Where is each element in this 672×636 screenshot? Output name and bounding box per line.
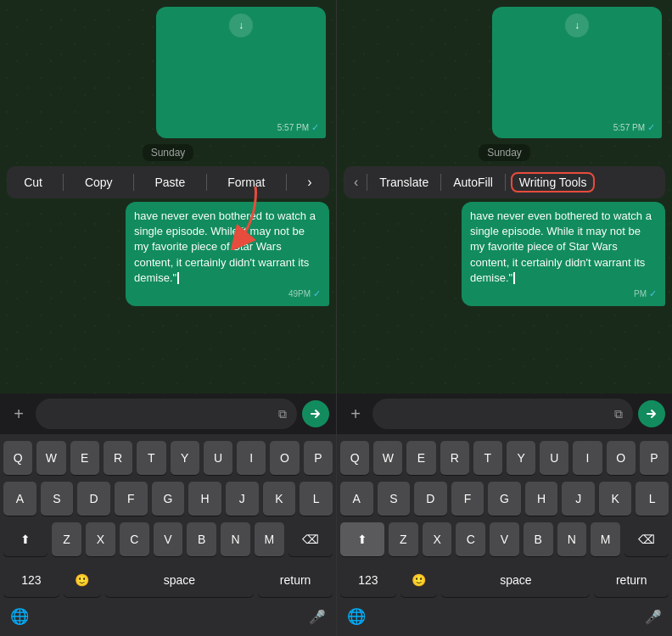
scroll-down-icon-right: ↓ [574, 20, 580, 31]
globe-icon-right[interactable]: 🌐 [347, 607, 366, 626]
key-i-right[interactable]: I [573, 441, 602, 475]
key-k-right[interactable]: K [599, 482, 632, 516]
key-k-left[interactable]: K [263, 482, 296, 516]
scroll-down-button-right[interactable]: ↓ [565, 14, 589, 37]
key-g-left[interactable]: G [152, 482, 185, 516]
back-arrow-button[interactable]: ‹ [350, 171, 361, 193]
shift-key-right[interactable]: ⬆ [340, 522, 384, 556]
key-g-right[interactable]: G [488, 482, 521, 516]
globe-icon-left[interactable]: 🌐 [10, 607, 29, 626]
return-key-right[interactable]: return [594, 563, 669, 597]
delete-key-left[interactable]: ⌫ [288, 522, 333, 556]
keyboard-left: Q W E R T Y U I O P A S D F G H J K L ⬆ … [0, 434, 336, 636]
key-u-left[interactable]: U [204, 441, 232, 475]
key-h-left[interactable]: H [188, 482, 221, 516]
key-q-left[interactable]: Q [3, 441, 32, 475]
attachment-button-left[interactable]: + [7, 402, 31, 426]
message-input-right[interactable]: ⧉ [372, 399, 633, 429]
key-f-left[interactable]: F [115, 482, 148, 516]
key-o-right[interactable]: O [607, 441, 636, 475]
key-s-left[interactable]: S [41, 482, 74, 516]
key-j-left[interactable]: J [226, 482, 259, 516]
key-z-left[interactable]: Z [52, 522, 81, 556]
mic-icon-right[interactable]: 🎤 [645, 609, 662, 625]
right-phone-panel: ↓ 5:57 PM ✓ Sunday ‹ Translate AutoFill … [336, 0, 672, 636]
key-b-right[interactable]: B [524, 522, 553, 556]
format-button[interactable]: Format [221, 172, 272, 192]
key-p-left[interactable]: P [304, 441, 333, 475]
key-a-right[interactable]: A [340, 482, 373, 516]
day-label-right: Sunday [479, 144, 530, 161]
message-time-left: 49PM [288, 289, 311, 298]
paste-button[interactable]: Paste [148, 172, 192, 192]
chat-area-left: ↓ 5:57 PM ✓ Sunday Cut Copy Paste Format… [0, 0, 336, 393]
key-z-right[interactable]: Z [389, 522, 418, 556]
context-menu-right: ‹ Translate AutoFill Writing Tools [344, 166, 665, 198]
key-d-right[interactable]: D [414, 482, 447, 516]
space-key-left[interactable]: space [105, 563, 255, 597]
key-e-left[interactable]: E [70, 441, 99, 475]
key-f-right[interactable]: F [451, 482, 484, 516]
key-n-left[interactable]: N [221, 522, 250, 556]
key-n-right[interactable]: N [557, 522, 587, 556]
return-key-left[interactable]: return [258, 563, 333, 597]
key-w-left[interactable]: W [36, 441, 65, 475]
key-e-right[interactable]: E [406, 441, 435, 475]
key-v-left[interactable]: V [154, 522, 183, 556]
key-r-left[interactable]: R [104, 441, 132, 475]
key-h-right[interactable]: H [525, 482, 558, 516]
space-key-right[interactable]: space [441, 563, 590, 597]
key-t-right[interactable]: T [473, 441, 502, 475]
send-button-left[interactable] [302, 400, 329, 427]
emoji-key-right[interactable]: 🙂 [400, 563, 438, 597]
key-s-right[interactable]: S [378, 482, 411, 516]
key-x-right[interactable]: X [423, 522, 452, 556]
copy-button[interactable]: Copy [78, 172, 120, 192]
context-menu-left: Cut Copy Paste Format › [7, 166, 329, 198]
key-b-left[interactable]: B [187, 522, 216, 556]
key-v-right[interactable]: V [490, 522, 519, 556]
emoji-key-left[interactable]: 🙂 [64, 563, 101, 597]
delete-key-right[interactable]: ⌫ [624, 522, 669, 556]
num-key-left[interactable]: 123 [3, 563, 59, 597]
key-l-left[interactable]: L [300, 482, 333, 516]
key-y-left[interactable]: Y [171, 441, 199, 475]
mic-icon-left[interactable]: 🎤 [309, 609, 326, 625]
scroll-down-icon-left: ↓ [238, 20, 244, 31]
key-i-left[interactable]: I [237, 441, 266, 475]
separator-1 [63, 174, 64, 191]
send-button-right[interactable] [638, 400, 665, 427]
key-m-left[interactable]: M [255, 522, 284, 556]
translate-button[interactable]: Translate [372, 172, 435, 192]
key-d-left[interactable]: D [77, 482, 110, 516]
key-q-right[interactable]: Q [340, 441, 369, 475]
shift-key-left[interactable]: ⬆ [3, 522, 48, 556]
writing-tools-button[interactable]: Writing Tools [511, 172, 596, 192]
key-r-right[interactable]: R [440, 441, 469, 475]
keyboard-row-2-left: A S D F G H J K L [3, 482, 333, 516]
cut-button[interactable]: Cut [17, 172, 49, 192]
scroll-down-button-left[interactable]: ↓ [229, 14, 253, 37]
autofill-button[interactable]: AutoFill [446, 172, 500, 192]
key-o-left[interactable]: O [270, 441, 299, 475]
attachment-button-right[interactable]: + [344, 402, 367, 426]
key-y-right[interactable]: Y [507, 441, 535, 475]
key-m-right[interactable]: M [591, 522, 620, 556]
key-w-right[interactable]: W [373, 441, 402, 475]
key-c-right[interactable]: C [456, 522, 485, 556]
more-button-left[interactable]: › [300, 171, 318, 193]
key-a-left[interactable]: A [3, 482, 36, 516]
key-x-left[interactable]: X [86, 522, 115, 556]
bubble-footer-left: 49PM ✓ [134, 288, 321, 299]
keyboard-row-4-right: 123 🙂 space return [340, 563, 669, 597]
key-t-left[interactable]: T [137, 441, 165, 475]
key-j-right[interactable]: J [562, 482, 595, 516]
top-message-bubble-left: ↓ 5:57 PM ✓ [156, 7, 326, 138]
separator-2 [133, 174, 134, 191]
key-c-left[interactable]: C [120, 522, 149, 556]
message-input-left[interactable]: ⧉ [36, 399, 297, 429]
key-u-right[interactable]: U [540, 441, 568, 475]
key-l-right[interactable]: L [636, 482, 669, 516]
key-p-right[interactable]: P [640, 441, 669, 475]
num-key-right[interactable]: 123 [340, 563, 396, 597]
